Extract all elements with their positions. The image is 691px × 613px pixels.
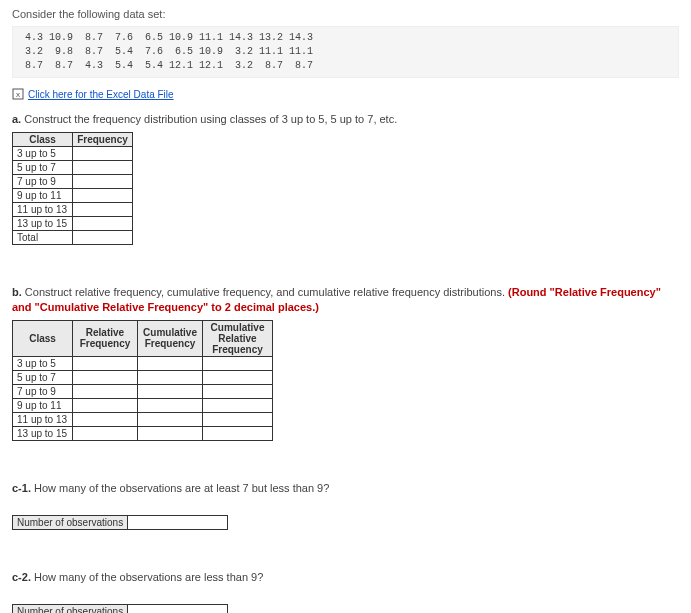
c1-label: Number of observations bbox=[13, 516, 128, 530]
header-class: Class bbox=[13, 320, 73, 356]
class-cell: 7 up to 9 bbox=[13, 175, 73, 189]
relfreq-input[interactable] bbox=[73, 356, 138, 370]
header-cumfreq: Cumulative Frequency bbox=[138, 320, 203, 356]
part-c2: c-2. How many of the observations are le… bbox=[12, 570, 679, 613]
part-b-question: b. Construct relative frequency, cumulat… bbox=[12, 285, 679, 314]
c2-input[interactable] bbox=[128, 605, 228, 613]
part-c1-text: How many of the observations are at leas… bbox=[31, 482, 329, 494]
class-cell: 3 up to 5 bbox=[13, 147, 73, 161]
excel-link-row: x Click here for the Excel Data File bbox=[12, 88, 679, 100]
part-c1: c-1. How many of the observations are at… bbox=[12, 481, 679, 530]
part-c2-text: How many of the observations are less th… bbox=[31, 571, 263, 583]
freq-input[interactable] bbox=[73, 217, 133, 231]
header-frequency: Frequency bbox=[73, 133, 133, 147]
table-row: 3 up to 5 bbox=[13, 147, 133, 161]
table-row: 7 up to 9 bbox=[13, 175, 133, 189]
data-row: 4.3 10.9 8.7 7.6 6.5 10.9 11.1 14.3 13.2… bbox=[19, 32, 313, 43]
class-cell: 9 up to 11 bbox=[13, 189, 73, 203]
relfreq-input[interactable] bbox=[73, 370, 138, 384]
part-a: a. Construct the frequency distribution … bbox=[12, 112, 679, 245]
c1-answer-table: Number of observations bbox=[12, 515, 228, 530]
cumrelfreq-input[interactable] bbox=[203, 370, 273, 384]
part-a-prefix: a. bbox=[12, 113, 21, 125]
class-cell: 13 up to 15 bbox=[13, 217, 73, 231]
data-row: 3.2 9.8 8.7 5.4 7.6 6.5 10.9 3.2 11.1 11… bbox=[19, 46, 313, 57]
part-b: b. Construct relative frequency, cumulat… bbox=[12, 285, 679, 441]
freq-input[interactable] bbox=[73, 161, 133, 175]
cumfreq-input[interactable] bbox=[138, 370, 203, 384]
freq-input[interactable] bbox=[73, 189, 133, 203]
table-row: 9 up to 11 bbox=[13, 189, 133, 203]
cumfreq-input[interactable] bbox=[138, 356, 203, 370]
part-c1-prefix: c-1. bbox=[12, 482, 31, 494]
class-cell: 7 up to 9 bbox=[13, 384, 73, 398]
class-cell: 5 up to 7 bbox=[13, 161, 73, 175]
header-cumrelfreq: Cumulative Relative Frequency bbox=[203, 320, 273, 356]
freq-table: Class Frequency 3 up to 5 5 up to 7 7 up… bbox=[12, 132, 133, 245]
c1-input[interactable] bbox=[128, 516, 228, 530]
cumfreq-input[interactable] bbox=[138, 426, 203, 440]
class-cell: 11 up to 13 bbox=[13, 412, 73, 426]
cumfreq-input[interactable] bbox=[138, 384, 203, 398]
relfreq-input[interactable] bbox=[73, 398, 138, 412]
c2-answer-table: Number of observations bbox=[12, 604, 228, 613]
part-a-text: Construct the frequency distribution usi… bbox=[21, 113, 397, 125]
freq-input[interactable] bbox=[73, 175, 133, 189]
class-cell: 13 up to 15 bbox=[13, 426, 73, 440]
table-row: 13 up to 15 bbox=[13, 217, 133, 231]
part-c2-prefix: c-2. bbox=[12, 571, 31, 583]
header-class: Class bbox=[13, 133, 73, 147]
part-a-question: a. Construct the frequency distribution … bbox=[12, 112, 679, 126]
relfreq-input[interactable] bbox=[73, 426, 138, 440]
cumfreq-input[interactable] bbox=[138, 412, 203, 426]
cumrelfreq-input[interactable] bbox=[203, 356, 273, 370]
excel-icon: x bbox=[12, 88, 24, 100]
header-relfreq: Relative Frequency bbox=[73, 320, 138, 356]
part-c1-question: c-1. How many of the observations are at… bbox=[12, 481, 679, 495]
class-cell: 11 up to 13 bbox=[13, 203, 73, 217]
part-b-text: Construct relative frequency, cumulative… bbox=[22, 286, 508, 298]
relfreq-input[interactable] bbox=[73, 384, 138, 398]
table-row: 9 up to 11 bbox=[13, 398, 273, 412]
svg-text:x: x bbox=[16, 90, 20, 99]
freq-input[interactable] bbox=[73, 231, 133, 245]
part-c2-question: c-2. How many of the observations are le… bbox=[12, 570, 679, 584]
cumrelfreq-input[interactable] bbox=[203, 398, 273, 412]
table-row: 5 up to 7 bbox=[13, 370, 273, 384]
class-cell: 3 up to 5 bbox=[13, 356, 73, 370]
cumrelfreq-input[interactable] bbox=[203, 384, 273, 398]
freq-input[interactable] bbox=[73, 203, 133, 217]
cumrelfreq-input[interactable] bbox=[203, 412, 273, 426]
table-row: 11 up to 13 bbox=[13, 412, 273, 426]
class-cell: Total bbox=[13, 231, 73, 245]
cumfreq-input[interactable] bbox=[138, 398, 203, 412]
cumrelfreq-input[interactable] bbox=[203, 426, 273, 440]
freq-input[interactable] bbox=[73, 147, 133, 161]
table-row: 3 up to 5 bbox=[13, 356, 273, 370]
excel-file-link[interactable]: Click here for the Excel Data File bbox=[28, 89, 174, 100]
rel-freq-table: Class Relative Frequency Cumulative Freq… bbox=[12, 320, 273, 441]
table-row: 11 up to 13 bbox=[13, 203, 133, 217]
c2-label: Number of observations bbox=[13, 605, 128, 613]
table-row: 5 up to 7 bbox=[13, 161, 133, 175]
table-row: Total bbox=[13, 231, 133, 245]
class-cell: 5 up to 7 bbox=[13, 370, 73, 384]
intro-text: Consider the following data set: bbox=[12, 8, 679, 20]
data-row: 8.7 8.7 4.3 5.4 5.4 12.1 12.1 3.2 8.7 8.… bbox=[19, 60, 313, 71]
table-row: 7 up to 9 bbox=[13, 384, 273, 398]
relfreq-input[interactable] bbox=[73, 412, 138, 426]
table-row: 13 up to 15 bbox=[13, 426, 273, 440]
class-cell: 9 up to 11 bbox=[13, 398, 73, 412]
data-set-block: 4.3 10.9 8.7 7.6 6.5 10.9 11.1 14.3 13.2… bbox=[12, 26, 679, 78]
part-b-prefix: b. bbox=[12, 286, 22, 298]
